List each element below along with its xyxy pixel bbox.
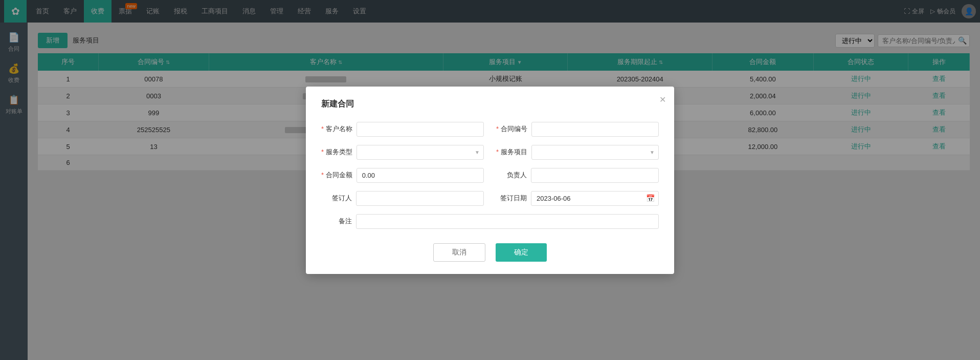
customer-name-label: 客户名称	[321, 124, 352, 134]
dialog-form: 客户名称 合同编号 服务类型 ▼	[321, 122, 659, 229]
contract-amount-label: 合同金额	[321, 171, 352, 180]
sign-date-label: 签订日期	[496, 194, 527, 203]
dialog: 新建合同 ✕ 客户名称 合同编号 服务类型	[306, 87, 674, 274]
service-type-select[interactable]	[357, 145, 484, 160]
overlay[interactable]: 新建合同 ✕ 客户名称 合同编号 服务类型	[28, 23, 980, 360]
service-item-wrap: ▼	[531, 145, 659, 160]
contract-no-input[interactable]	[531, 122, 659, 137]
content-area: 新增 服务项目 进行中 已完成 已终止 🔍 序号 合同编号⇅	[28, 23, 980, 360]
dialog-footer: 取消 确定	[321, 243, 659, 262]
form-row-signer: 签订人	[321, 191, 484, 206]
responsible-label: 负责人	[496, 171, 527, 180]
form-row-responsible: 负责人	[496, 168, 659, 183]
remark-input[interactable]	[356, 214, 659, 229]
service-type-wrap: ▼	[357, 145, 484, 160]
dialog-title: 新建合同	[321, 99, 659, 110]
date-input-wrap: 📅	[531, 191, 659, 206]
form-row-sign-date: 签订日期 📅	[496, 191, 659, 206]
form-row-amount: 合同金额	[321, 168, 484, 183]
signer-input[interactable]	[356, 191, 484, 206]
main-layout: 📄 合同 💰 收费 📋 对账单 新增 服务项目 进行中 已完成 已终止	[0, 23, 980, 360]
contract-no-label: 合同编号	[496, 124, 527, 134]
responsible-input[interactable]	[531, 168, 659, 183]
form-row-remark: 备注	[321, 214, 659, 229]
dialog-close-button[interactable]: ✕	[659, 95, 666, 104]
form-row-service-type: 服务类型 ▼	[321, 145, 484, 160]
service-item-select[interactable]	[531, 145, 659, 160]
form-row-service-item: 服务项目 ▼	[496, 145, 659, 160]
signer-label: 签订人	[321, 194, 352, 203]
remark-label: 备注	[321, 217, 352, 226]
cancel-button[interactable]: 取消	[433, 243, 485, 262]
confirm-button[interactable]: 确定	[496, 243, 547, 262]
service-type-label: 服务类型	[321, 147, 352, 157]
form-row-contract-no: 合同编号	[496, 122, 659, 137]
service-item-label: 服务项目	[496, 147, 527, 157]
customer-name-input[interactable]	[357, 122, 484, 137]
sign-date-input[interactable]	[531, 191, 659, 206]
form-row-customer: 客户名称	[321, 122, 484, 137]
contract-amount-input[interactable]	[357, 168, 484, 183]
